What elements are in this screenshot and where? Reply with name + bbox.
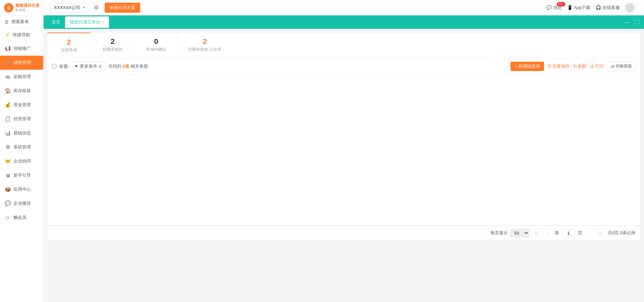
member-icon: ◇ xyxy=(5,215,11,221)
sidebar-item-operations[interactable]: 📋 经营管理 xyxy=(0,112,43,126)
purchase-icon: 🛍 xyxy=(5,74,11,80)
filter-icon: ▼ xyxy=(74,64,78,69)
online-service-label: 在线客服 xyxy=(602,5,620,11)
sidebar-item-guide[interactable]: 🖥 新手引导 xyxy=(0,168,43,182)
tab-close-icon[interactable]: × xyxy=(102,20,104,24)
switch-icon: ⇄ xyxy=(611,64,614,69)
search-menu-label: 搜索菜单 xyxy=(11,19,29,25)
stat-tab-pending[interactable]: 0 旺铺待确认 xyxy=(135,33,178,58)
sidebar-item-label: 基础信息 xyxy=(13,130,31,136)
search-icon: ☰ xyxy=(5,19,9,24)
sidebar-item-label: 新手引导 xyxy=(13,172,31,178)
sidebar-item-finance[interactable]: 💰 资金管理 xyxy=(0,98,43,112)
more-filter-button[interactable]: ▼ 更多条件 ∨ xyxy=(70,62,106,71)
wechat-icon: 💬 xyxy=(5,200,11,206)
logo-text: 畅捷通好生意 标准版 xyxy=(15,3,40,12)
first-page-button[interactable]: ⟨⟨ xyxy=(532,229,541,237)
stat-label-all: 全部单据 xyxy=(57,47,80,53)
sidebar-item-label: 资金管理 xyxy=(13,102,31,108)
settings-icon[interactable]: ⚙ xyxy=(91,3,101,13)
collaboration-icon: 🤝 xyxy=(5,158,11,164)
add-sale-order-button[interactable]: + 新增销货单 xyxy=(511,62,544,71)
sidebar-item-member[interactable]: ◇ 畅会员 xyxy=(0,210,43,225)
sidebar-item-label: 采购管理 xyxy=(13,74,31,80)
stat-label-shipped: 到期未收款 已出库 xyxy=(188,47,221,52)
print-button[interactable]: 🖨 打印 xyxy=(590,63,604,69)
sidebar-item-marketing[interactable]: 📢 营销推广 xyxy=(0,42,43,56)
quick-nav-icon: ⚡ xyxy=(5,33,10,38)
sidebar-item-label: 应用中心 xyxy=(13,186,31,192)
sidebar-item-system[interactable]: ⚙ 系统管理 xyxy=(0,140,43,154)
message-badge: 99+ xyxy=(557,2,565,6)
sidebar-item-label: 销售管理 xyxy=(13,60,31,66)
app-download-item[interactable]: 📱 App下载 xyxy=(567,5,590,11)
stat-tab-all[interactable]: 2 全部单据 xyxy=(47,33,91,58)
page-label: 第 xyxy=(555,230,559,236)
batch-operation-button[interactable]: ☰ 批量操作 xyxy=(547,63,570,69)
sidebar-item-wechat[interactable]: 💬 企业微信 xyxy=(0,196,43,210)
sidebar-item-label: 畅会员 xyxy=(13,215,26,221)
sidebar-item-purchase[interactable]: 🛍 采购管理 xyxy=(0,70,43,84)
operations-icon: 📋 xyxy=(5,116,11,122)
top-header: 6 畅捷通好生意 标准版 XXXXXX公司 ▼ ⚙ 体验行业方案 💬 消息 99… xyxy=(0,0,644,15)
page-number-input[interactable] xyxy=(562,229,575,237)
sidebar-item-collaboration[interactable]: 🤝 企业协同 xyxy=(0,154,43,168)
select-all-checkbox[interactable] xyxy=(52,64,56,68)
stat-tab-overdue[interactable]: 2 到期未收款 xyxy=(91,33,135,58)
stat-num-all: 2 xyxy=(57,38,80,47)
next-page-button[interactable]: › xyxy=(585,229,594,237)
page-suffix: 页 xyxy=(578,230,582,236)
tab-work-bench[interactable]: 钱货日清工作台 × xyxy=(65,16,109,28)
sales-icon: 🛒 xyxy=(5,60,11,66)
service-icon: 🎧 xyxy=(596,5,601,10)
last-page-button[interactable]: ⟩⟩ xyxy=(596,229,605,237)
finance-icon: 💰 xyxy=(5,102,11,108)
minimize-icon[interactable]: — xyxy=(623,18,631,26)
stat-label-pending: 旺铺待确认 xyxy=(145,47,168,52)
prev-page-button[interactable]: ‹ xyxy=(543,229,552,237)
company-selector[interactable]: XXXXXX公司 ▼ xyxy=(50,3,89,12)
refresh-icon: ↻ xyxy=(573,64,577,69)
maximize-icon[interactable]: ⛶ xyxy=(633,18,641,26)
quick-nav-item[interactable]: ⚡ 快捷导航 xyxy=(0,28,43,42)
guide-icon: 🖥 xyxy=(5,173,11,178)
avatar[interactable] xyxy=(625,3,635,12)
try-industry-button[interactable]: 体验行业方案 xyxy=(105,3,140,13)
sidebar-item-app-center[interactable]: 📦 应用中心 xyxy=(0,182,43,196)
online-service-item[interactable]: 🎧 在线客服 xyxy=(596,5,620,11)
per-page-select[interactable]: 50 10 20 100 xyxy=(511,229,529,237)
company-name: XXXXXX公司 xyxy=(54,5,80,11)
quick-nav-label: 快捷导航 xyxy=(13,32,30,38)
sidebar-item-label: 经营管理 xyxy=(13,116,31,122)
marketing-icon: 📢 xyxy=(5,46,11,52)
stat-num-shipped: 2 xyxy=(188,37,221,46)
stat-tab-shipped[interactable]: 2 到期未收款 已出库 xyxy=(178,33,231,58)
filter-arrow-icon: ∨ xyxy=(99,64,102,69)
stat-num-pending: 0 xyxy=(145,37,168,46)
message-item[interactable]: 💬 消息 99+ xyxy=(546,5,562,11)
toolbar-right: + 新增销货单 ☰ 批量操作 ↻ 刷新 🖨 打印 ⇄ 切换新版 xyxy=(511,61,636,71)
per-page-label: 每页显示 xyxy=(490,230,508,236)
switch-version-button[interactable]: ⇄ 切换新版 xyxy=(607,61,636,71)
sidebar-item-label: 营销推广 xyxy=(13,46,31,52)
tab-home[interactable]: 首页 xyxy=(47,16,65,28)
toolbar-left: 全选 ▼ 更多条件 ∨ 共找到 0条 相关单据 xyxy=(52,62,148,71)
toolbar: 全选 ▼ 更多条件 ∨ 共找到 0条 相关单据 + 新增销货单 ☰ 批量操作 ↻… xyxy=(47,58,641,75)
app-center-icon: 📦 xyxy=(5,186,11,192)
refresh-button[interactable]: ↻ 刷新 xyxy=(573,63,587,69)
sidebar-item-label: 企业协同 xyxy=(13,158,31,164)
sidebar-item-sales[interactable]: 🛒 销售管理 xyxy=(0,56,43,70)
header-right: 💬 消息 99+ 📱 App下载 🎧 在线客服 xyxy=(546,3,640,12)
pagination-bar: 每页显示 50 10 20 100 ⟨⟨ ‹ 第 页 › ⟩⟩ 共0页,0条记录 xyxy=(47,226,641,240)
print-icon: 🖨 xyxy=(590,64,594,69)
basic-info-icon: 📊 xyxy=(5,130,11,136)
logo-title: 畅捷通好生意 xyxy=(15,3,40,8)
sidebar-item-inventory[interactable]: 🏠 库存核算 xyxy=(0,84,43,98)
app-download-icon: 📱 xyxy=(567,5,573,10)
sidebar-item-basic-info[interactable]: 📊 基础信息 xyxy=(0,126,43,140)
search-menu-item[interactable]: ☰ 搜索菜单 xyxy=(0,15,43,28)
found-count: 0条 xyxy=(123,64,129,69)
inventory-icon: 🏠 xyxy=(5,88,11,94)
logo-area: 6 畅捷通好生意 标准版 xyxy=(4,3,48,12)
dropdown-arrow-icon: ▼ xyxy=(82,6,86,9)
